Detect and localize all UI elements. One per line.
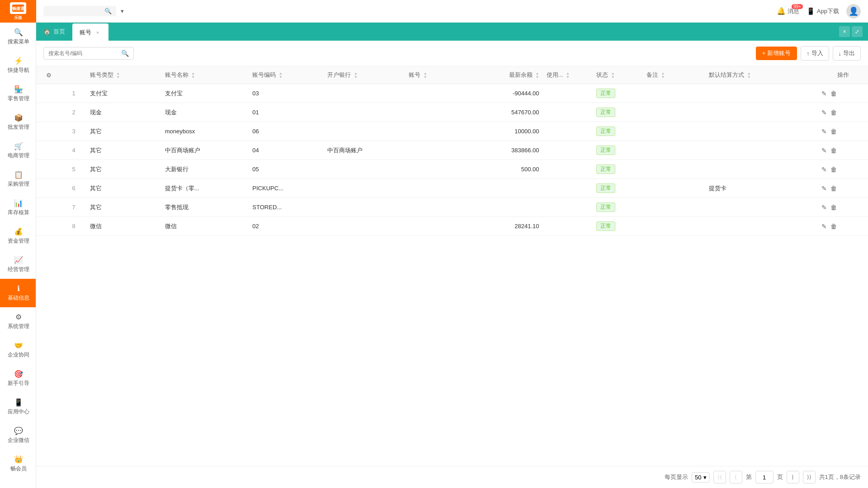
sidebar-item-retail[interactable]: 🏪 零售管理 (0, 80, 36, 108)
tab-close-button[interactable]: × (94, 29, 101, 36)
col-balance-header[interactable]: 最新余额 ▲▼ (468, 66, 543, 84)
delete-button-4[interactable]: 🗑 (830, 166, 837, 173)
row-type-5: 其它 (86, 179, 161, 198)
edit-button-0[interactable]: ✎ (821, 90, 827, 97)
row-name-0: 支付宝 (161, 84, 249, 103)
topbar-app-download[interactable]: 📱 App下载 (807, 7, 839, 15)
row-checkbox-7[interactable] (36, 217, 61, 236)
page-prev-button[interactable]: ⟨ (730, 471, 742, 483)
per-page-select[interactable]: 50 ▾ (692, 472, 709, 483)
search-nav-icon: 🔍 (14, 28, 23, 37)
sidebar-item-appcenter[interactable]: 📱 应用中心 (0, 393, 36, 421)
delete-button-1[interactable]: 🗑 (830, 109, 837, 116)
sidebar-item-finance[interactable]: 💰 资金管理 (0, 222, 36, 250)
row-checkbox-1[interactable] (36, 103, 61, 122)
main-area: 🔍 ▾ 🔔 消息 99+ 📱 App下载 👤 🏠 首页 (36, 0, 868, 488)
tab-close-all-button[interactable]: × (839, 26, 850, 37)
page-first-button[interactable]: ⟨⟨ (713, 471, 726, 483)
delete-button-2[interactable]: 🗑 (830, 128, 837, 135)
topbar-search-box[interactable]: 🔍 (43, 6, 116, 16)
add-account-button[interactable]: + 新增账号 (756, 47, 797, 60)
sidebar-item-collab[interactable]: 🤝 企业协同 (0, 336, 36, 364)
row-balance-4: 500.00 (468, 160, 543, 179)
sidebar-item-wholesale[interactable]: 📦 批发管理 (0, 108, 36, 136)
col-bank-header[interactable]: 开户银行 ▲▼ (324, 66, 405, 84)
sidebar-item-collab-label: 企业协同 (8, 351, 29, 359)
col-name-header[interactable]: 账号名称 ▲▼ (161, 66, 249, 84)
col-gear[interactable]: ⚙ (36, 66, 61, 84)
page-last-button[interactable]: ⟩⟩ (803, 471, 816, 483)
edit-button-6[interactable]: ✎ (821, 204, 827, 211)
action-icons-0: ✎ 🗑 (821, 90, 864, 97)
col-code-header[interactable]: 账号编码 ▲▼ (249, 66, 324, 84)
row-action-2: ✎ 🗑 (818, 122, 868, 141)
tab-expand-button[interactable]: ⤢ (852, 26, 863, 37)
topbar-dropdown[interactable]: ▾ (121, 8, 124, 14)
content-area: 🔍 + 新增账号 ↑ 导入 ↓ 导出 ⚙ (36, 41, 868, 488)
search-input[interactable] (48, 50, 118, 56)
tab-account[interactable]: 账号 × (72, 23, 108, 42)
row-remark-5 (643, 179, 705, 198)
row-checkbox-3[interactable] (36, 141, 61, 160)
col-default-header[interactable]: 默认结算方式 ▲▼ (705, 66, 818, 84)
tab-home[interactable]: 🏠 首页 (36, 23, 72, 41)
export-button[interactable]: ↓ 导出 (833, 46, 861, 61)
edit-button-4[interactable]: ✎ (821, 166, 827, 173)
sidebar-item-basicinfo[interactable]: ℹ 基础信息 (0, 279, 36, 307)
appcenter-icon: 📱 (14, 398, 23, 407)
row-balance-7: 28241.10 (468, 217, 543, 236)
row-status-0: 正常 (593, 84, 643, 103)
sidebar-item-purchase-label: 采购管理 (8, 180, 29, 188)
row-checkbox-2[interactable] (36, 122, 61, 141)
row-code-7: 02 (249, 217, 324, 236)
edit-button-2[interactable]: ✎ (821, 128, 827, 135)
topbar-search-input[interactable] (48, 8, 102, 14)
topbar-message[interactable]: 🔔 消息 99+ (777, 7, 799, 15)
sidebar-item-member-label: 畅会员 (10, 465, 27, 473)
sidebar-item-search[interactable]: 🔍 搜索菜单 (0, 23, 36, 51)
import-button[interactable]: ↑ 导入 (801, 46, 829, 61)
row-code-0: 03 (249, 84, 324, 103)
row-default-5: 提货卡 (705, 179, 818, 198)
sidebar-item-guide[interactable]: 🎯 新手引导 (0, 364, 36, 393)
table-row: 3 其它 moneybosx 06 10000.00 正常 ✎ 🗑 (36, 122, 868, 141)
col-use-header[interactable]: 使用... ▲▼ (543, 66, 593, 84)
row-checkbox-5[interactable] (36, 179, 61, 198)
delete-button-6[interactable]: 🗑 (830, 204, 837, 211)
delete-button-0[interactable]: 🗑 (830, 90, 837, 97)
page-total: 共1页，8条记录 (819, 473, 861, 481)
col-use-label: 使用... (547, 71, 563, 78)
col-code-label: 账号编码 (252, 71, 276, 78)
search-box[interactable]: 🔍 (43, 47, 134, 60)
row-action-7: ✎ 🗑 (818, 217, 868, 236)
row-name-4: 大新银行 (161, 160, 249, 179)
sidebar-item-corpwechat[interactable]: 💬 企业微信 (0, 421, 36, 450)
delete-button-3[interactable]: 🗑 (830, 147, 837, 154)
col-remark-header[interactable]: 备注 ▲▼ (643, 66, 705, 84)
per-page-value: 50 (695, 474, 701, 481)
row-checkbox-0[interactable] (36, 84, 61, 103)
sidebar-item-member[interactable]: 👑 畅会员 (0, 450, 36, 478)
col-type-header[interactable]: 账号类型 ▲▼ (86, 66, 161, 84)
user-avatar[interactable]: 👤 (846, 4, 861, 19)
row-checkbox-6[interactable] (36, 198, 61, 217)
sidebar-item-inventory[interactable]: 📊 库存核算 (0, 193, 36, 222)
edit-button-3[interactable]: ✎ (821, 147, 827, 154)
row-num-3: 4 (61, 141, 86, 160)
delete-button-7[interactable]: 🗑 (830, 223, 837, 230)
edit-button-1[interactable]: ✎ (821, 109, 827, 116)
row-checkbox-4[interactable] (36, 160, 61, 179)
delete-button-5[interactable]: 🗑 (830, 185, 837, 192)
col-account-header[interactable]: 账号 ▲▼ (405, 66, 467, 84)
page-number-input[interactable]: 1 (755, 471, 774, 483)
sidebar-item-ecommerce[interactable]: 🛒 电商管理 (0, 136, 36, 165)
sidebar-item-operations[interactable]: 📈 经营管理 (0, 250, 36, 279)
sidebar-item-quicknav[interactable]: ⚡ 快捷导航 (0, 51, 36, 80)
edit-button-5[interactable]: ✎ (821, 185, 827, 192)
edit-button-7[interactable]: ✎ (821, 223, 827, 230)
col-status-header[interactable]: 状态 ▲▼ (593, 66, 643, 84)
sidebar-item-purchase[interactable]: 📋 采购管理 (0, 165, 36, 193)
row-num-4: 5 (61, 160, 86, 179)
sidebar-item-system[interactable]: ⚙ 系统管理 (0, 307, 36, 336)
page-next-button[interactable]: ⟩ (787, 471, 799, 483)
